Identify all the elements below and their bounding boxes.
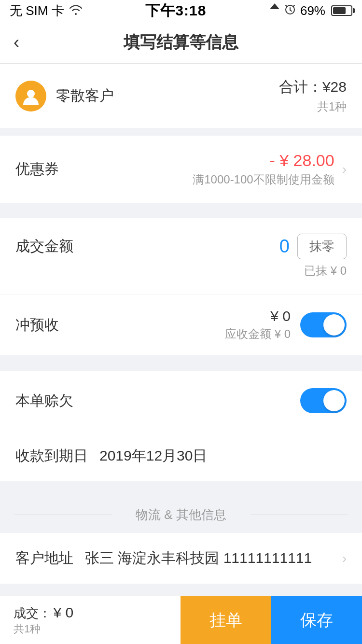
address-section: 客户地址 张三 海淀永丰科技园 11111111111 › xyxy=(0,533,362,584)
coupon-row[interactable]: 优惠券 - ¥ 28.00 满1000-100不限制使用金额 › xyxy=(0,136,362,203)
battery-percent: 69% xyxy=(300,3,325,18)
logistics-label: 物流 & 其他信息 xyxy=(136,506,226,523)
status-right: 69% xyxy=(269,3,352,19)
prepay-label: 冲预收 xyxy=(15,315,59,335)
content: 零散客户 合计：¥28 共1种 优惠券 - ¥ 28.00 满1000-100不… xyxy=(0,64,362,644)
alarm-icon xyxy=(284,3,296,19)
transaction-top: 成交金额 0 抹零 xyxy=(15,234,347,259)
transaction-section: 成交金额 0 抹零 已抹 ¥ 0 冲预收 ¥ 0 应收金额 ¥ 0 xyxy=(0,218,362,355)
page-title: 填写结算等信息 xyxy=(124,31,238,54)
debt-row: 本单赊欠 xyxy=(0,371,362,431)
debt-toggle[interactable] xyxy=(300,388,347,413)
location-icon xyxy=(269,3,280,19)
bottom-info: 成交： ¥ 0 共1种 xyxy=(0,596,181,644)
customer-name: 零散客户 xyxy=(56,86,114,106)
debt-toggle-knob xyxy=(323,390,345,411)
status-left: 无 SIM 卡 xyxy=(10,2,83,19)
coupon-amount: - ¥ 28.00 xyxy=(193,151,334,170)
address-chevron-icon: › xyxy=(342,551,347,566)
prepay-toggle[interactable] xyxy=(300,312,347,337)
status-bar: 无 SIM 卡 下午3:18 69% xyxy=(0,0,362,21)
status-time: 下午3:18 xyxy=(145,1,206,21)
svg-point-1 xyxy=(27,90,35,98)
coupon-chevron-icon: › xyxy=(342,162,347,177)
bottom-actions: 挂单 保存 xyxy=(181,596,362,644)
divider-3 xyxy=(0,489,362,497)
logistics-line-right xyxy=(251,515,348,515)
battery-icon xyxy=(331,5,352,16)
coupon-right: - ¥ 28.00 满1000-100不限制使用金额 › xyxy=(193,151,347,187)
bottom-trade-label: 成交： xyxy=(14,606,51,620)
back-button[interactable]: ‹ xyxy=(14,32,19,53)
hang-button[interactable]: 挂单 xyxy=(181,596,271,644)
customer-right: 合计：¥28 共1种 xyxy=(279,77,347,114)
no-sim-text: 无 SIM 卡 xyxy=(10,2,64,19)
total-amount: 合计：¥28 xyxy=(279,77,347,97)
due-date-row[interactable]: 收款到期日 2019年12月30日 xyxy=(0,431,362,481)
transaction-row: 成交金额 0 抹零 已抹 ¥ 0 xyxy=(0,218,362,294)
logistics-divider: 物流 & 其他信息 xyxy=(0,497,362,533)
due-date-label: 收款到期日 xyxy=(15,446,88,466)
address-value: 张三 海淀永丰科技园 11111111111 xyxy=(85,548,342,568)
wifi-icon xyxy=(69,3,83,18)
bottom-trade-amount: ¥ 0 xyxy=(53,604,73,620)
already-rounded: 已抹 ¥ 0 xyxy=(15,263,347,279)
coupon-note: 满1000-100不限制使用金额 xyxy=(193,172,334,187)
transaction-value[interactable]: 0 xyxy=(279,236,290,257)
bottom-bar: 成交： ¥ 0 共1种 挂单 保存 xyxy=(0,596,362,644)
prepay-right: ¥ 0 应收金额 ¥ 0 xyxy=(225,308,347,342)
transaction-label: 成交金额 xyxy=(15,237,73,256)
coupon-label: 优惠券 xyxy=(15,159,59,179)
prepay-amount: ¥ 0 xyxy=(225,308,291,324)
prepay-row: 冲预收 ¥ 0 应收金额 ¥ 0 xyxy=(0,294,362,355)
due-date-value: 2019年12月30日 xyxy=(99,446,207,466)
avatar xyxy=(15,81,46,112)
round-button[interactable]: 抹零 xyxy=(297,234,347,259)
toggle-knob xyxy=(323,314,345,336)
coupon-section: 优惠券 - ¥ 28.00 满1000-100不限制使用金额 › xyxy=(0,136,362,203)
logistics-line-left xyxy=(14,515,111,515)
nav-bar: ‹ 填写结算等信息 xyxy=(0,21,362,64)
bottom-trade-row: 成交： ¥ 0 xyxy=(14,604,167,622)
divider-2 xyxy=(0,363,362,371)
debt-label: 本单赊欠 xyxy=(15,391,73,411)
total-count: 共1种 xyxy=(279,99,347,114)
address-row[interactable]: 客户地址 张三 海淀永丰科技园 11111111111 › xyxy=(0,533,362,584)
transaction-input-area: 0 抹零 xyxy=(279,234,347,259)
prepay-receivable: 应收金额 ¥ 0 xyxy=(225,326,291,342)
address-label: 客户地址 xyxy=(15,548,73,568)
debt-section: 本单赊欠 收款到期日 2019年12月30日 xyxy=(0,371,362,481)
bottom-count: 共1种 xyxy=(14,622,167,636)
divider-1 xyxy=(0,210,362,218)
customer-left: 零散客户 xyxy=(15,81,114,112)
save-button[interactable]: 保存 xyxy=(271,596,362,644)
prepay-amounts: ¥ 0 应收金额 ¥ 0 xyxy=(225,308,291,342)
coupon-right-text: - ¥ 28.00 满1000-100不限制使用金额 xyxy=(193,151,334,187)
customer-row: 零散客户 合计：¥28 共1种 xyxy=(0,64,362,128)
